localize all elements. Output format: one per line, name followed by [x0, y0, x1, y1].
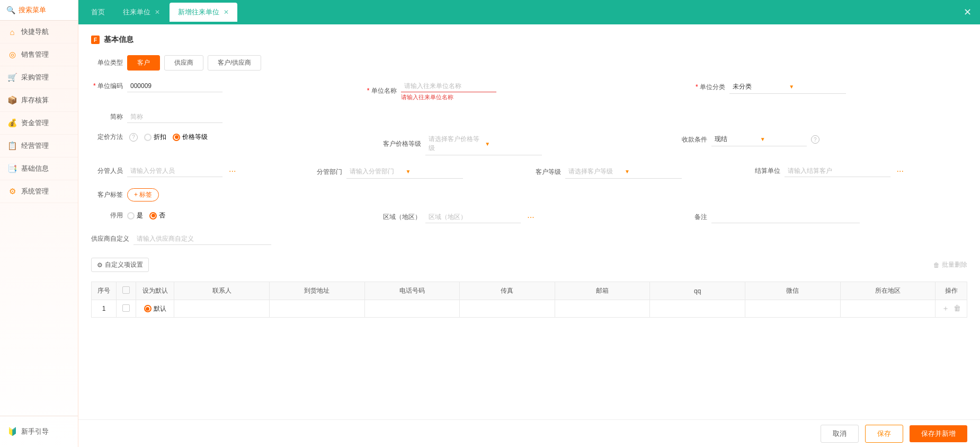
gear-icon: ⚙ — [97, 261, 103, 269]
payment-terms-group: 收款条件 现结 ▼ ? — [675, 133, 967, 146]
unit-btn-customer[interactable]: 客户 — [127, 55, 160, 71]
abbr-group: 简称 — [91, 111, 967, 123]
sidebar-item-label: 采购管理 — [21, 73, 49, 82]
row-default-cell: 默认 — [136, 300, 174, 318]
price-level-placeholder: 请选择客户价格等级 — [429, 135, 483, 153]
abbr-input[interactable] — [127, 111, 222, 123]
pricing-level-radio[interactable]: 价格等级 — [173, 133, 208, 142]
custom-settings-bar: ⚙ 自定义项设置 🗑 批量删除 — [91, 255, 967, 275]
operations-icon: 📋 — [7, 141, 17, 151]
sidebar-item-quick-nav[interactable]: ⌂ 快捷导航 — [0, 21, 78, 43]
table-row: 1 默认 — [92, 300, 967, 318]
phone-input[interactable] — [370, 305, 455, 312]
sidebar-item-finance[interactable]: 💰 资金管理 — [0, 112, 78, 135]
row-add-button[interactable]: ＋ — [942, 304, 949, 313]
code-input[interactable] — [127, 80, 222, 92]
disabled-yes-radio[interactable]: 是 — [127, 211, 143, 220]
manager-dots-button[interactable]: ··· — [227, 166, 238, 176]
name-input[interactable] — [401, 80, 496, 92]
pricing-help-icon[interactable]: ? — [129, 133, 138, 142]
search-menu[interactable]: 🔍 搜索菜单 — [0, 0, 78, 21]
tab-new-counterparty-close[interactable]: ✕ — [224, 8, 229, 16]
select-all-checkbox[interactable] — [122, 286, 130, 294]
dept-placeholder: 请输入分管部门 — [350, 167, 404, 176]
supplier-custom-input[interactable] — [133, 233, 271, 245]
pricing-discount-radio[interactable]: 折扣 — [144, 133, 166, 142]
price-level-group: 客户价格等级 请选择客户价格等级 ▼ — [383, 133, 675, 155]
inventory-icon: 📦 — [7, 95, 17, 105]
tab-counterparty-close[interactable]: ✕ — [155, 8, 160, 16]
col-qq: qq — [650, 282, 745, 300]
add-tag-button[interactable]: + 标签 — [127, 188, 159, 201]
save-new-button[interactable]: 保存并新增 — [910, 425, 967, 442]
row-delete-button[interactable]: 🗑 — [954, 304, 961, 313]
price-level-select[interactable]: 请选择客户价格等级 ▼ — [425, 133, 542, 155]
wechat-input[interactable] — [751, 305, 835, 312]
remark-input[interactable] — [711, 211, 860, 223]
settlement-dots-button[interactable]: ··· — [895, 166, 906, 176]
sidebar-item-system[interactable]: ⚙ 系统管理 — [0, 180, 78, 203]
sidebar-item-label: 快捷导航 — [21, 27, 49, 37]
address-input[interactable] — [275, 305, 359, 312]
batch-delete-button[interactable]: 🗑 批量删除 — [933, 260, 967, 269]
sidebar-item-operations[interactable]: 📋 经营管理 — [0, 135, 78, 157]
fax-input[interactable] — [465, 305, 549, 312]
region-dots-button[interactable]: ··· — [525, 213, 536, 222]
qq-input[interactable] — [655, 305, 740, 312]
sidebar-item-label: 销售管理 — [21, 50, 49, 59]
row-pricing: 定价方法 ? 折扣 价格等级 客户价格等级 请选择客户价格等级 — [91, 133, 967, 155]
row-default-radio[interactable]: 默认 — [141, 304, 168, 313]
dept-select[interactable]: 请输入分管部门 ▼ — [346, 165, 463, 179]
system-icon: ⚙ — [7, 187, 17, 196]
remark-label: 备注 — [675, 213, 707, 222]
dept-label: 分管部门 — [310, 168, 342, 177]
tab-new-counterparty-label: 新增往来单位 — [178, 7, 219, 17]
customer-level-group: 客户等级 请选择客户等级 ▼ — [529, 165, 749, 179]
custom-settings-button[interactable]: ⚙ 自定义项设置 — [91, 258, 149, 272]
row-code-name-category: 单位编码 单位名称 请输入往来单位名称 单位分类 未分类 ▼ — [91, 80, 967, 101]
payment-terms-label: 收款条件 — [675, 135, 707, 144]
manager-input[interactable] — [127, 165, 222, 177]
unit-btn-supplier[interactable]: 供应商 — [164, 55, 203, 71]
price-level-arrow-icon: ▼ — [485, 141, 539, 147]
col-contact: 联系人 — [174, 282, 270, 300]
row-region-input[interactable] — [846, 305, 930, 312]
sidebar-item-purchase[interactable]: 🛒 采购管理 — [0, 66, 78, 89]
payment-terms-help-icon[interactable]: ? — [811, 135, 819, 144]
cancel-button[interactable]: 取消 — [821, 425, 859, 443]
disabled-yes-label: 是 — [137, 211, 143, 220]
email-input[interactable] — [560, 305, 645, 312]
sidebar-item-inventory[interactable]: 📦 库存核算 — [0, 89, 78, 112]
sidebar-item-sales[interactable]: ◎ 销售管理 — [0, 43, 78, 66]
sidebar-item-basic-info[interactable]: 📑 基础信息 — [0, 157, 78, 180]
payment-terms-select[interactable]: 现结 ▼ — [711, 133, 807, 146]
save-button[interactable]: 保存 — [865, 425, 903, 443]
category-select[interactable]: 未分类 ▼ — [729, 80, 846, 94]
name-group: 单位名称 请输入往来单位名称 — [365, 80, 693, 101]
sidebar-item-label: 经营管理 — [21, 141, 49, 151]
tab-counterparty[interactable]: 往来单位 ✕ — [114, 3, 168, 22]
tab-home[interactable]: 首页 — [83, 3, 113, 22]
name-error-text: 请输入往来单位名称 — [401, 93, 496, 101]
row-action-cell: ＋ 🗑 — [936, 300, 967, 318]
manager-group: 分管人员 ··· — [91, 165, 310, 177]
region-input[interactable] — [425, 211, 521, 223]
row-default-label: 默认 — [154, 304, 166, 313]
unit-btn-both[interactable]: 客户/供应商 — [208, 55, 261, 71]
customer-level-select[interactable]: 请选择客户等级 ▼ — [565, 165, 682, 179]
section-title: 基本信息 — [104, 35, 133, 45]
disabled-group: 停用 是 否 — [91, 211, 383, 220]
disabled-radio-group: 是 否 — [127, 211, 165, 220]
tab-new-counterparty[interactable]: 新增往来单位 ✕ — [170, 3, 237, 22]
row-checkbox[interactable] — [122, 304, 130, 312]
sidebar-item-guide[interactable]: 🔰 新手引导 — [0, 420, 78, 443]
row-email-cell — [555, 300, 650, 318]
disabled-no-radio[interactable]: 否 — [149, 211, 165, 220]
contact-input[interactable] — [180, 305, 264, 312]
col-address: 到货地址 — [270, 282, 365, 300]
window-close-button[interactable]: ✕ — [959, 6, 976, 18]
disabled-no-label: 否 — [159, 211, 165, 220]
unit-type-row: 单位类型 客户 供应商 客户/供应商 — [91, 55, 967, 71]
col-wechat: 微信 — [745, 282, 840, 300]
settlement-input[interactable] — [785, 165, 890, 177]
